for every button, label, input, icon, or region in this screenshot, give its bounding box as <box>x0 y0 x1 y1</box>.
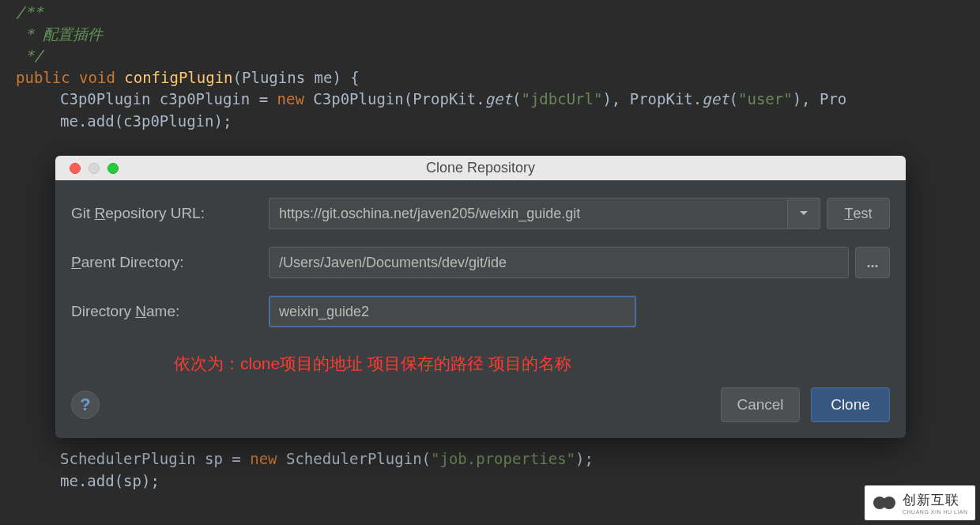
close-window-button[interactable] <box>70 163 81 174</box>
watermark-main-text: 创新互联 <box>903 491 968 509</box>
repo-url-input-group: Test <box>269 198 890 229</box>
dialog-title: Clone Repository <box>55 160 906 176</box>
code-text: ), Pro <box>793 90 847 108</box>
string-literal: "user" <box>738 90 793 108</box>
code-text: SchedulerPlugin( <box>286 450 431 467</box>
help-button[interactable]: ? <box>71 391 100 419</box>
code-line: C3p0Plugin c3p0Plugin = new C3p0Plugin(P… <box>16 89 964 111</box>
code-text: ), PropKit. <box>602 90 702 108</box>
method-name: configPlugin <box>124 69 232 86</box>
repo-url-row: Git Repository URL: Test <box>71 198 890 229</box>
directory-name-row: Directory Name: <box>71 296 890 327</box>
repo-url-input[interactable] <box>269 198 787 229</box>
parent-directory-row: Parent Directory: ... <box>71 247 890 278</box>
keyword: public void <box>16 69 124 86</box>
directory-name-input-group <box>269 296 636 327</box>
code-text: ( <box>729 90 738 108</box>
code-line: */ <box>16 45 964 67</box>
code-line: me.add(sp); <box>16 470 964 493</box>
code-line: me.add(c3p0Plugin); <box>16 111 964 133</box>
code-text: (Plugins me) { <box>233 69 360 86</box>
repo-url-dropdown-button[interactable] <box>787 198 820 229</box>
repo-url-combobox <box>269 198 820 229</box>
code-text: C3p0Plugin c3p0Plugin = <box>60 90 277 108</box>
watermark-icon <box>871 489 898 516</box>
keyword: new <box>277 90 314 108</box>
keyword: new <box>250 450 286 467</box>
help-icon: ? <box>80 395 90 415</box>
code-line: /** <box>16 2 964 24</box>
chevron-down-icon <box>799 210 808 217</box>
code-line: public void configPlugin(Plugins me) { <box>16 67 964 89</box>
minimize-window-button <box>89 163 100 174</box>
directory-name-label: Directory Name: <box>71 303 269 320</box>
window-controls <box>55 163 119 174</box>
dialog-footer: ? Cancel Clone <box>55 387 906 438</box>
dialog-titlebar[interactable]: Clone Repository <box>55 156 906 180</box>
parent-directory-input[interactable] <box>269 247 849 278</box>
code-text: C3p0Plugin(PropKit. <box>313 90 484 108</box>
parent-directory-label: Parent Directory: <box>71 254 269 271</box>
code-line: SchedulerPlugin sp = new SchedulerPlugin… <box>16 448 964 470</box>
maximize-window-button[interactable] <box>107 163 119 174</box>
repo-url-label: Git Repository URL: <box>71 205 269 222</box>
dialog-body: Git Repository URL: Test Parent Director… <box>55 180 906 387</box>
footer-button-group: Cancel Clone <box>721 387 890 422</box>
parent-directory-input-group: ... <box>269 247 890 278</box>
clone-repository-dialog: Clone Repository Git Repository URL: Tes… <box>55 156 906 438</box>
watermark-sub-text: CHUANG XIN HU LIAN <box>903 509 968 515</box>
method-call: get <box>702 90 729 108</box>
annotation-text: 依次为：clone项目的地址 项目保存的路径 项目的名称 <box>71 353 890 375</box>
clone-button[interactable]: Clone <box>811 387 890 422</box>
string-literal: "jdbcUrl" <box>521 90 602 108</box>
browse-directory-button[interactable]: ... <box>855 247 890 278</box>
watermark-text: 创新互联 CHUANG XIN HU LIAN <box>903 491 968 515</box>
code-text: ( <box>512 90 521 108</box>
code-text: SchedulerPlugin sp = <box>60 450 250 467</box>
cancel-button[interactable]: Cancel <box>721 387 800 422</box>
watermark-logo: 创新互联 CHUANG XIN HU LIAN <box>865 485 975 520</box>
test-connection-button[interactable]: Test <box>827 198 890 229</box>
directory-name-input[interactable] <box>269 296 636 327</box>
code-text: ); <box>575 450 594 467</box>
method-call: get <box>485 90 512 108</box>
code-line: * 配置插件 <box>16 24 964 46</box>
string-literal: "job.properties" <box>431 450 575 467</box>
